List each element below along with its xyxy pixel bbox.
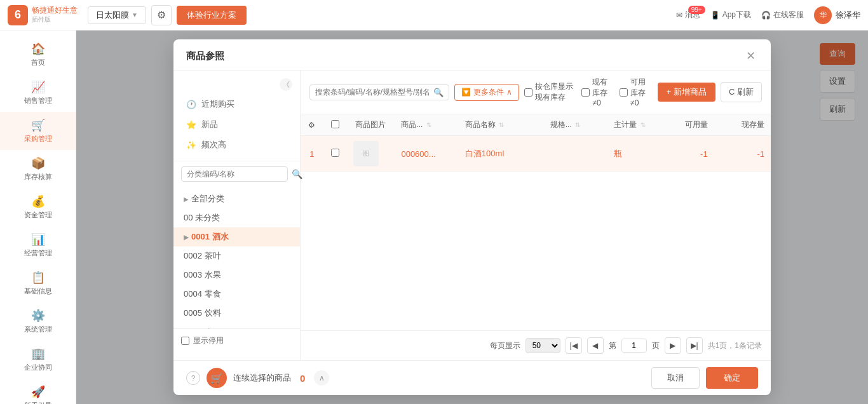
product-search-bar: 🔍	[309, 84, 449, 100]
more-conditions-button[interactable]: 🔽 更多条件 ∧	[454, 84, 519, 101]
category-all[interactable]: ▶ 全部分类	[173, 189, 300, 208]
search-submit-icon[interactable]: 🔍	[433, 88, 444, 97]
notification-badge: 99+	[688, 6, 705, 14]
app-download-btn[interactable]: 📱 App下载	[710, 10, 751, 20]
chevron-down-icon: ▼	[132, 11, 138, 18]
current-stock-label: 现有库存≠0	[592, 77, 614, 107]
row-select-checkbox[interactable]	[331, 149, 339, 157]
available-stock-filter[interactable]: 可用库存≠0	[620, 77, 653, 107]
sidebar-item-sales[interactable]: 📈 销售管理	[0, 74, 76, 112]
dialog-footer: ? 🛒 连续选择的商品 0 ∧ 取消 确定	[173, 360, 771, 395]
available-stock-checkbox[interactable]	[620, 88, 628, 97]
page-number-input[interactable]	[621, 339, 647, 353]
category-fruit[interactable]: 0003 水果	[173, 266, 300, 285]
cart-icon: 🛒	[207, 368, 227, 388]
warehouse-stock-checkbox[interactable]	[524, 88, 532, 97]
category-uncategorized[interactable]: 00 未分类	[173, 208, 300, 227]
category-drinks[interactable]: 0005 饮料	[173, 304, 300, 323]
col-header-image: 商品图片	[347, 114, 395, 136]
last-page-button[interactable]: ▶|	[686, 337, 703, 354]
footer-collapse-button[interactable]: ∧	[314, 370, 329, 386]
sidebar-item-purchase[interactable]: 🛒 采购管理	[0, 112, 76, 150]
category-snacks[interactable]: 0004 零食	[173, 285, 300, 304]
pagination: 每页显示 50 100 200 |◀ ◀ 第 页 ▶	[301, 330, 771, 360]
notification-btn[interactable]: ✉ 消息 99+	[676, 10, 700, 20]
warehouse-stock-filter[interactable]: 按仓库显示现有库存	[524, 81, 577, 103]
col-header-checkbox[interactable]	[323, 114, 347, 136]
frequent-btn[interactable]: ✨ 频次高	[181, 135, 292, 154]
next-page-button[interactable]: ▶	[665, 337, 681, 354]
total-info: 共1页，1条记录	[708, 340, 762, 351]
prev-page-button[interactable]: ◀	[587, 337, 604, 354]
sparkle-icon: ✨	[186, 140, 196, 150]
new-products-label: 新品	[201, 119, 218, 130]
settings-icon[interactable]: ⚙	[151, 5, 172, 25]
sidebar-item-system[interactable]: ⚙️ 系统管理	[0, 302, 76, 340]
online-service-btn[interactable]: 🎧 在线客服	[761, 10, 804, 20]
store-selector[interactable]: 日太阳膜 ▼	[88, 6, 146, 24]
system-icon: ⚙️	[31, 309, 45, 323]
category-list: ▶ 全部分类 00 未分类 ▶ 0001 酒水 0002 茶	[173, 187, 300, 328]
category-water[interactable]: 0008 水	[173, 323, 300, 328]
col-header-spec[interactable]: 规格... ⇅	[544, 114, 607, 136]
category-search-row: 🔍	[173, 161, 300, 187]
show-disabled-checkbox[interactable]	[181, 337, 189, 345]
store-name: 日太阳膜	[96, 10, 129, 21]
guide-icon: 🚀	[31, 385, 45, 399]
logo: 6 畅捷通好生意 插件版	[8, 5, 78, 25]
modal-overlay: 商品参照 ✕ 《 🕐 近期购买	[76, 30, 868, 404]
first-page-button[interactable]: |◀	[566, 337, 582, 354]
warehouse-stock-label: 按仓库显示现有库存	[535, 81, 577, 103]
dialog-header: 商品参照 ✕	[173, 39, 771, 71]
new-products-btn[interactable]: ⭐ 新品	[181, 115, 292, 134]
show-disabled-label: 显示停用	[193, 335, 224, 346]
col-header-unit[interactable]: 主计量 ⇅	[607, 114, 657, 136]
select-all-checkbox[interactable]	[331, 120, 339, 128]
recent-purchase-btn[interactable]: 🕐 近期购买	[181, 95, 292, 114]
sidebar-item-label: 经营管理	[24, 248, 52, 258]
add-product-button[interactable]: + 新增商品	[658, 83, 715, 102]
category-label: 0005 饮料	[184, 307, 221, 319]
confirm-button[interactable]: 确定	[706, 367, 758, 389]
logo-sub: 插件版	[32, 15, 78, 24]
footer-left: ? 🛒 连续选择的商品 0 ∧	[186, 368, 329, 388]
clock-icon: 🕐	[186, 100, 196, 109]
sidebar-item-finance[interactable]: 💰 资金管理	[0, 188, 76, 226]
topbar-center: 日太阳膜 ▼ ⚙ 体验行业方案	[88, 5, 676, 25]
category-search-input[interactable]	[181, 166, 288, 182]
main-content: 查询 设置 刷新 商品参照 ✕	[76, 30, 868, 404]
sidebar-item-basics[interactable]: 📋 基础信息	[0, 264, 76, 302]
headset-icon: 🎧	[761, 11, 771, 20]
sidebar-item-operations[interactable]: 📊 经营管理	[0, 226, 76, 264]
home-icon: 🏠	[31, 42, 45, 56]
chevron-up-icon: ∧	[506, 88, 512, 97]
footer-right: 取消 确定	[651, 367, 758, 389]
cancel-button[interactable]: 取消	[651, 367, 700, 389]
quick-access-buttons: 《 🕐 近期购买 ⭐ 新品 ✨	[173, 78, 300, 161]
sidebar-item-inventory[interactable]: 📦 库存核算	[0, 150, 76, 188]
close-icon[interactable]: ✕	[743, 48, 758, 64]
category-label: 0003 水果	[184, 269, 221, 281]
help-icon[interactable]: ?	[186, 371, 200, 385]
col-header-name[interactable]: 商品名称 ⇅	[459, 114, 544, 136]
sidebar-item-enterprise[interactable]: 🏢 企业协同	[0, 340, 76, 379]
col-header-settings[interactable]: ⚙	[301, 114, 323, 136]
sidebar-item-label: 企业协同	[24, 363, 52, 372]
topbar: 6 畅捷通好生意 插件版 日太阳膜 ▼ ⚙ 体验行业方案 ✉ 消息 99+ 📱 …	[0, 0, 868, 30]
experience-button[interactable]: 体验行业方案	[177, 6, 247, 25]
category-label: 0002 茶叶	[184, 250, 221, 262]
refresh-button[interactable]: C 刷新	[721, 82, 762, 102]
category-tea[interactable]: 0002 茶叶	[173, 246, 300, 266]
table-row[interactable]: 1 图 000600... 白酒100ml 瓶	[301, 136, 771, 172]
product-search-input[interactable]	[315, 88, 431, 97]
current-stock-checkbox[interactable]	[581, 88, 590, 97]
sidebar-item-guide[interactable]: 🚀 新手引导	[0, 379, 76, 404]
sidebar-item-home[interactable]: 🏠 首页	[0, 36, 76, 74]
user-info[interactable]: 华 徐泽华	[814, 6, 860, 24]
category-liquor[interactable]: ▶ 0001 酒水	[173, 227, 300, 246]
current-stock-filter[interactable]: 现有库存≠0	[581, 77, 614, 107]
page-size-select[interactable]: 50 100 200	[526, 338, 560, 353]
row-checkbox[interactable]	[323, 136, 347, 172]
collapse-panel-button[interactable]: 《	[280, 78, 292, 91]
col-header-code[interactable]: 商品... ⇅	[395, 114, 458, 136]
